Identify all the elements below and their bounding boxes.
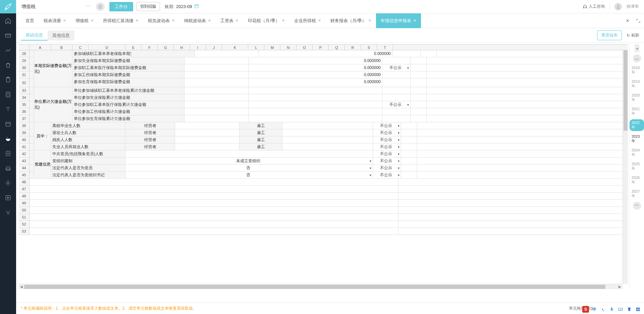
calendar-icon[interactable] — [194, 4, 199, 9]
tab-vat[interactable]: 增值税✕ — [71, 13, 98, 14]
user-icon — [616, 4, 621, 9]
switch-old-button[interactable]: 切到旧版 — [137, 2, 160, 11]
tab-tax-burden[interactable]: 税负波动表✕ — [143, 13, 179, 14]
document-icon[interactable] — [96, 2, 105, 11]
tab-salary[interactable]: 工资表✕ — [216, 13, 243, 14]
period-label: 账期 — [165, 4, 173, 10]
tab-financial-report[interactable]: 财务报表（月/季）✕ — [326, 13, 376, 14]
tab-corp-income[interactable]: 企业所得税✕ — [289, 13, 326, 14]
username[interactable]: 徐泽华 — [627, 4, 639, 9]
svg-rect-4 — [195, 5, 198, 8]
avatar[interactable] — [614, 3, 622, 10]
tab-income-settlement[interactable]: 所得税汇算清缴✕ — [98, 13, 143, 14]
feather-icon — [4, 3, 12, 11]
tab-stamp-tax[interactable]: 印花税（月/季）✕ — [243, 13, 289, 14]
tab-tax-list[interactable]: 税表清册✕ — [39, 13, 71, 14]
tab-annual-report[interactable]: 年报信息申报表✕ — [376, 13, 421, 14]
logo[interactable] — [0, 0, 16, 13]
consult-link[interactable]: 人工咨询 — [583, 4, 605, 9]
workbench-button[interactable]: 工作台 — [109, 2, 133, 11]
tab-tax-payment[interactable]: 纳税波动表✕ — [179, 13, 216, 14]
tab-home[interactable]: 首页 — [21, 13, 39, 14]
module-dropdown[interactable]: 增值税 ﹀ — [21, 4, 91, 10]
chevron-down-icon: ﹀ — [86, 4, 91, 10]
top-header: 增值税 ﹀ 工作台 切到旧版 账期 2023-09 人工咨询 徐泽华 — [0, 0, 644, 13]
period-value[interactable]: 2023-09 — [176, 4, 192, 9]
headset-icon — [583, 4, 587, 9]
svg-point-8 — [618, 5, 619, 7]
